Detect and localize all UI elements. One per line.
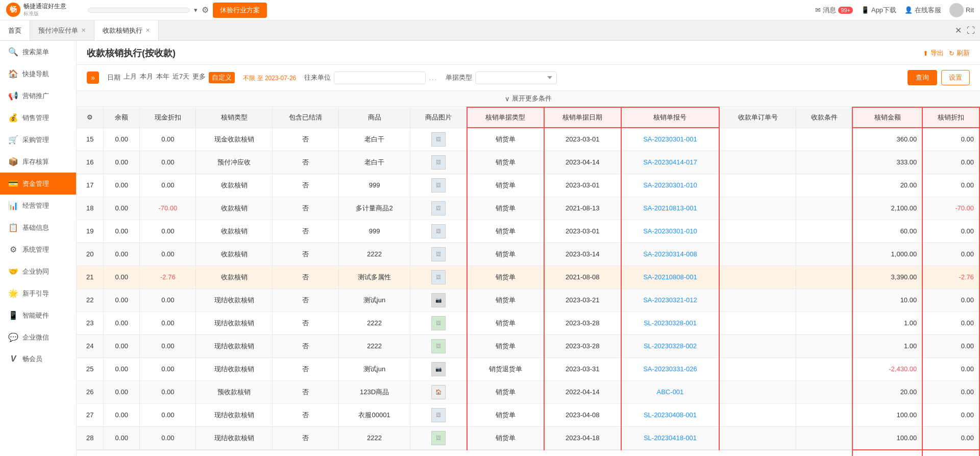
operations-icon: 📊 — [8, 201, 18, 210]
industry-solution-button[interactable]: 休验行业方案 — [213, 3, 267, 18]
td-receipt-order-no — [719, 197, 796, 220]
sidebar-item-system[interactable]: ⚙ 系统管理 — [0, 238, 76, 260]
refresh-button[interactable]: ↻ 刷新 — [949, 49, 970, 58]
partner-filter-input[interactable] — [334, 71, 426, 84]
tab-writeoff[interactable]: 收款核销执行 ✕ — [94, 20, 159, 40]
td-writeoff-type: 预收款核销 — [196, 380, 272, 403]
td-receipt-condition — [796, 197, 852, 220]
dropdown-button[interactable]: ▾ — [194, 6, 198, 14]
td-writeoff-type: 现结收款核销 — [196, 289, 272, 311]
sidebar-item-operations[interactable]: 📊 经营管理 — [0, 195, 76, 217]
writeoff-tab-close[interactable]: ✕ — [145, 27, 150, 34]
user-label: Rit — [966, 6, 974, 14]
date-this-year[interactable]: 本年 — [156, 72, 169, 83]
sidebar-item-inventory[interactable]: 📦 库存核算 — [0, 151, 76, 173]
app-download-item[interactable]: 📱 App下载 — [861, 6, 896, 15]
td-writeoff-doc-no: SA-20230414-017 — [621, 151, 720, 174]
refresh-label: 刷新 — [957, 49, 970, 58]
writeoff-doc-no-link[interactable]: SL-20230408-001 — [644, 411, 697, 419]
td-receipt-order-no — [719, 174, 796, 197]
td-writeoff-doc-type: 销货单 — [467, 311, 544, 334]
sidebar-item-wechat[interactable]: 💬 企业微信 — [0, 326, 76, 348]
writeoff-doc-no-link[interactable]: SA-20230414-017 — [643, 158, 697, 166]
sidebar-item-basic[interactable]: 📋 基础信息 — [0, 217, 76, 238]
sidebar-quicknav-label: 快捷导航 — [22, 69, 49, 79]
sidebar-item-purchase[interactable]: 🛒 采购管理 — [0, 129, 76, 151]
writeoff-doc-no-link[interactable]: SA-20210813-001 — [643, 204, 697, 212]
sidebar-item-member[interactable]: V 畅会员 — [0, 348, 76, 370]
writeoff-doc-no-link[interactable]: SL-20230418-001 — [644, 434, 697, 442]
writeoff-doc-no-link[interactable]: SA-20230301-010 — [643, 181, 697, 189]
sidebar-item-finance[interactable]: 💳 资金管理 — [0, 173, 76, 195]
td-writeoff-amount: 1,000.00 — [852, 243, 922, 266]
td-product: 2222 — [338, 426, 410, 450]
th-settings: ⚙ — [77, 107, 104, 128]
table-row: 19 0.00 0.00 收款核销 否 999 🖼 销货单 2023-03-01… — [77, 220, 979, 243]
td-product-img: 🖼 — [410, 426, 467, 450]
member-icon: V — [8, 354, 18, 364]
tab-prepay[interactable]: 预付冲应付单 ✕ — [30, 20, 94, 40]
app-download-label: App下载 — [871, 6, 896, 15]
td-product: 多计量商品2 — [338, 197, 410, 220]
close-tab-button[interactable]: ✕ — [955, 26, 962, 35]
sidebar-item-guide[interactable]: 🌟 新手引导 — [0, 282, 76, 304]
td-no: 20 — [77, 243, 104, 266]
writeoff-doc-no-link[interactable]: SA-20230331-026 — [643, 365, 697, 373]
td-writeoff-doc-no: SA-20230314-008 — [621, 243, 720, 266]
writeoff-doc-no-link[interactable]: SA-20230321-012 — [643, 296, 697, 304]
writeoff-doc-no-link[interactable]: SA-20230301-010 — [643, 227, 697, 235]
sidebar-item-quicknav[interactable]: 🏠 快捷导航 — [0, 63, 76, 85]
writeoff-doc-no-link[interactable]: SA-20230314-008 — [643, 250, 697, 258]
td-writeoff-discount: -2.76 — [922, 266, 979, 289]
sidebar: 🔍 搜索菜单 🏠 快捷导航 📢 营销推广 💰 销售管理 🛒 采购管理 📦 库存核… — [0, 41, 77, 456]
query-button[interactable]: 查询 — [908, 70, 937, 85]
td-no: 15 — [77, 128, 104, 151]
sidebar-item-sales[interactable]: 💰 销售管理 — [0, 107, 76, 129]
notifications-item[interactable]: ✉ 消息 99+ — [815, 6, 853, 15]
td-writeoff-doc-no: SL-20230408-001 — [621, 403, 720, 426]
date-7days[interactable]: 近7天 — [173, 72, 189, 83]
sidebar-item-hardware[interactable]: 📱 智能硬件 — [0, 304, 76, 326]
writeoff-doc-no-link[interactable]: ABC-001 — [657, 388, 684, 396]
sidebar-item-collab[interactable]: 🤝 企业协同 — [0, 260, 76, 282]
prepay-tab-close[interactable]: ✕ — [81, 27, 86, 34]
td-writeoff-doc-no: SL-20230418-001 — [621, 426, 720, 450]
doctype-filter-select[interactable] — [475, 71, 557, 84]
td-cash-discount: 0.00 — [140, 334, 196, 357]
date-more[interactable]: 更多 — [192, 72, 206, 83]
settings-gear-button[interactable]: ⚙ — [202, 5, 209, 15]
online-service-item[interactable]: 👤 在线客服 — [904, 6, 941, 15]
writeoff-doc-no-link[interactable]: SA-20230301-001 — [643, 135, 697, 143]
writeoff-doc-no-link[interactable]: SL-20230328-001 — [644, 319, 697, 327]
top-search-box[interactable] — [88, 8, 190, 13]
th-writeoff-amount: 核销金额 — [852, 107, 922, 128]
td-include-settled: 否 — [272, 220, 338, 243]
td-product: 123D商品 — [338, 380, 410, 403]
writeoff-doc-no-link[interactable]: SL-20230328-002 — [644, 342, 697, 350]
maximize-button[interactable]: ⛶ — [967, 26, 975, 35]
th-product-img: 商品图片 — [410, 107, 467, 128]
export-button[interactable]: ⬆ 导出 — [923, 49, 944, 58]
expand-more-conditions-button[interactable]: ∨ 展开更多条件 — [505, 94, 552, 103]
td-writeoff-doc-date: 2023-04-14 — [544, 151, 621, 174]
tab-home[interactable]: 首页 — [0, 20, 30, 40]
date-filter-label: 日期 — [107, 73, 120, 82]
filter-expand-button[interactable]: » — [87, 71, 99, 84]
notifications-badge: 99+ — [838, 7, 853, 14]
date-custom[interactable]: 自定义 — [209, 72, 235, 83]
sidebar-item-search[interactable]: 🔍 搜索菜单 — [0, 41, 76, 63]
marketing-icon: 📢 — [8, 91, 18, 101]
date-this-month[interactable]: 本月 — [140, 72, 153, 83]
td-product-img: 🖼 — [410, 151, 467, 174]
table-settings-button[interactable]: 设置 — [941, 70, 970, 85]
sidebar-item-marketing[interactable]: 📢 营销推广 — [0, 85, 76, 107]
td-writeoff-discount: 0.00 — [922, 380, 979, 403]
sidebar-hardware-label: 智能硬件 — [22, 311, 49, 320]
date-last-month[interactable]: 上月 — [124, 72, 137, 83]
writeoff-doc-no-link[interactable]: SA-20210808-001 — [643, 273, 697, 281]
td-writeoff-doc-type: 销货单 — [467, 220, 544, 243]
td-receipt-condition — [796, 403, 852, 426]
td-balance: 0.00 — [104, 380, 140, 403]
td-balance: 0.00 — [104, 174, 140, 197]
user-item[interactable]: Rit — [949, 3, 974, 17]
